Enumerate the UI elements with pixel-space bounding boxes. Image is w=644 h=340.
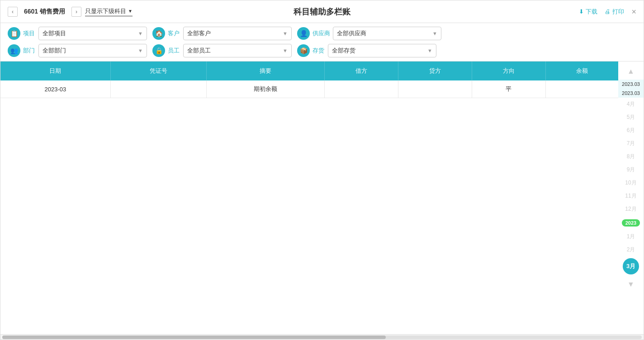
timeline-month-12月[interactable]: 12月: [623, 203, 638, 216]
project-value: 全部项目: [43, 29, 66, 38]
timeline-month-6月[interactable]: 6月: [623, 124, 638, 137]
project-icon: 📋: [8, 27, 20, 40]
nav-prev-button[interactable]: ‹: [8, 7, 18, 17]
horizontal-scrollbar[interactable]: [0, 334, 644, 340]
timeline-month-5月[interactable]: 5月: [623, 111, 638, 124]
title-bar: ‹ 6601 销售费用 › 只显示下级科目 ▼ 科目辅助多栏账 ⬇ 下载 🖨 打…: [0, 0, 644, 23]
customer-icon: 🏠: [152, 27, 165, 40]
col-balance: 余额: [545, 61, 618, 80]
filter-row-2: 👥 部门 全部部门 ▼ 🔒 员工 全部员工 ▼ 📦 存货 全部存货: [8, 44, 636, 57]
timeline-month-9月[interactable]: 9月: [623, 163, 638, 176]
inventory-icon: 📦: [297, 44, 310, 57]
project-label: 项目: [23, 29, 36, 38]
employee-select[interactable]: 全部员工 ▼: [183, 44, 292, 57]
title-bar-right: ⬇ 下载 🖨 打印 ×: [579, 8, 636, 16]
filter-employee: 🔒 员工 全部员工 ▼: [152, 44, 292, 57]
timeline-selected-1[interactable]: 2023.03: [618, 80, 644, 89]
customer-chevron-icon: ▼: [283, 31, 288, 36]
year-badge: 2023: [622, 219, 640, 227]
employee-chevron-icon: ▼: [283, 48, 288, 53]
customer-value: 全部客户: [187, 29, 211, 38]
timeline-nav-down: ▼: [618, 276, 644, 293]
timeline-bottom-month-1月[interactable]: 1月: [625, 230, 637, 243]
timeline-up-button[interactable]: ▲: [625, 65, 637, 78]
cell-date: 2023-03: [0, 80, 110, 98]
timeline-month-7月[interactable]: 7月: [623, 137, 638, 150]
account-code: 6601 销售费用: [21, 7, 68, 17]
print-label: 打印: [612, 8, 624, 16]
filter-area: 📋 项目 全部项目 ▼ 🏠 客户 全部客户 ▼ 👤 供应商 全部供应: [0, 23, 644, 61]
timeline-nav-up: ▲: [618, 63, 644, 80]
show-sub-toggle[interactable]: 只显示下级科目 ▼: [85, 7, 133, 16]
employee-value: 全部员工: [187, 47, 211, 55]
supplier-chevron-icon: ▼: [432, 31, 437, 36]
supplier-label: 供应商: [313, 29, 330, 38]
download-label: 下载: [586, 8, 597, 16]
timeline-down-button[interactable]: ▼: [625, 278, 637, 291]
filter-customer: 🏠 客户 全部客户 ▼: [152, 27, 292, 40]
print-icon: 🖨: [605, 8, 611, 15]
cell-summary: 期初余额: [206, 80, 324, 98]
chevron-down-icon: ▼: [128, 9, 133, 14]
employee-label: 员工: [168, 47, 180, 55]
print-button[interactable]: 🖨 打印: [605, 8, 624, 16]
timeline-months: 4月5月6月7月8月9月10月11月12月: [623, 98, 638, 216]
project-chevron-icon: ▼: [138, 31, 143, 36]
filter-project: 📋 项目 全部项目 ▼: [8, 27, 147, 40]
ledger-table: 日期 凭证号 摘要 借方 贷方 方向 余额 2023-03期初余额平: [0, 61, 618, 98]
timeline-month-10月[interactable]: 10月: [623, 176, 638, 189]
supplier-icon: 👤: [297, 27, 310, 40]
inventory-select[interactable]: 全部存货 ▼: [328, 44, 436, 57]
timeline-bottom-month-2月[interactable]: 2月: [625, 243, 637, 256]
project-select[interactable]: 全部项目 ▼: [38, 27, 147, 40]
nav-next-button[interactable]: ›: [71, 7, 81, 17]
dept-chevron-icon: ▼: [138, 48, 143, 53]
dept-select[interactable]: 全部部门 ▼: [38, 44, 147, 57]
cell-credit: [398, 80, 472, 98]
dept-label: 部门: [23, 47, 36, 55]
download-button[interactable]: ⬇ 下载: [579, 8, 597, 16]
timeline-month-8月[interactable]: 8月: [623, 150, 638, 163]
table-row: 2023-03期初余额平: [0, 80, 618, 98]
timeline-month-4月[interactable]: 4月: [623, 98, 638, 111]
cell-debit: [325, 80, 398, 98]
cell-direction: 平: [472, 80, 545, 98]
cell-voucher: [110, 80, 206, 98]
scroll-track: [2, 335, 642, 339]
main-window: ‹ 6601 销售费用 › 只显示下级科目 ▼ 科目辅助多栏账 ⬇ 下载 🖨 打…: [0, 0, 644, 340]
col-credit: 贷方: [398, 61, 472, 80]
dept-icon: 👥: [8, 44, 20, 57]
title-bar-left: ‹ 6601 销售费用 › 只显示下级科目 ▼: [8, 7, 133, 17]
scroll-thumb: [2, 335, 386, 339]
timeline-active-month[interactable]: 3月: [623, 258, 639, 274]
supplier-value: 全部供应商: [337, 29, 366, 38]
filter-row-1: 📋 项目 全部项目 ▼ 🏠 客户 全部客户 ▼ 👤 供应商 全部供应: [8, 27, 636, 40]
table-container: 日期 凭证号 摘要 借方 贷方 方向 余额 2023-03期初余额平 ▲ 202: [0, 61, 644, 334]
inventory-label: 存货: [313, 47, 325, 55]
filter-inventory: 📦 存货 全部存货 ▼: [297, 44, 436, 57]
customer-select[interactable]: 全部客户 ▼: [183, 27, 292, 40]
timeline-panel: ▲ 2023.03 2023.03 4月5月6月7月8月9月10月11月12月 …: [618, 61, 644, 334]
timeline-month-11月[interactable]: 11月: [623, 189, 638, 203]
customer-label: 客户: [168, 29, 180, 38]
download-icon: ⬇: [579, 8, 584, 15]
filter-supplier: 👤 供应商 全部供应商 ▼: [297, 27, 441, 40]
dept-value: 全部部门: [43, 47, 66, 55]
inventory-value: 全部存货: [332, 47, 355, 55]
supplier-select[interactable]: 全部供应商 ▼: [333, 27, 441, 40]
col-debit: 借方: [325, 61, 398, 80]
employee-icon: 🔒: [152, 44, 165, 57]
main-table: 日期 凭证号 摘要 借方 贷方 方向 余额 2023-03期初余额平: [0, 61, 618, 334]
timeline-bottom-months: 1月2月: [625, 230, 637, 256]
show-sub-label: 只显示下级科目: [85, 7, 126, 15]
close-button[interactable]: ×: [631, 8, 636, 16]
col-direction: 方向: [472, 61, 545, 80]
col-voucher: 凭证号: [110, 61, 206, 80]
timeline-selected-2[interactable]: 2023.03: [618, 89, 644, 98]
col-summary: 摘要: [206, 61, 324, 80]
page-title: 科目辅助多栏账: [294, 6, 350, 17]
cell-balance: [545, 80, 618, 98]
col-date: 日期: [0, 61, 110, 80]
filter-dept: 👥 部门 全部部门 ▼: [8, 44, 147, 57]
table-header-row: 日期 凭证号 摘要 借方 贷方 方向 余额: [0, 61, 618, 80]
